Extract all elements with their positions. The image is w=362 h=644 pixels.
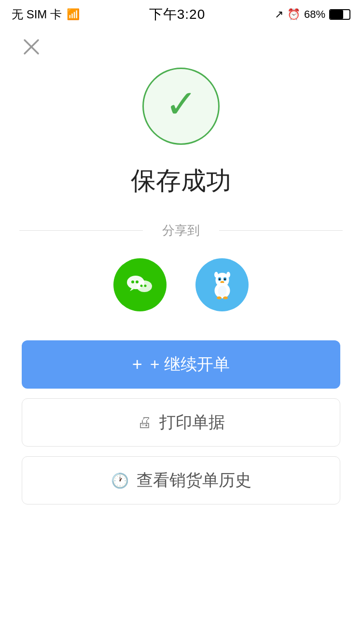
wifi-icon: 📶 bbox=[67, 8, 80, 21]
action-buttons: + + 继续开单 🖨 打印单据 🕐 查看销货单历史 bbox=[22, 340, 340, 504]
svg-point-18 bbox=[226, 272, 230, 278]
divider-right bbox=[219, 230, 343, 231]
location-icon: ↗ bbox=[275, 8, 283, 21]
main-content: ✓ 保存成功 分享到 bbox=[0, 29, 362, 504]
svg-point-17 bbox=[214, 272, 218, 278]
clock-icon: 🕐 bbox=[111, 472, 129, 489]
status-left: 无 SIM 卡 📶 bbox=[12, 7, 80, 22]
qq-share-button[interactable] bbox=[195, 258, 249, 311]
status-bar: 无 SIM 卡 📶 下午3:20 ↗ ⏰ 68% bbox=[0, 0, 362, 29]
battery-bar bbox=[329, 9, 350, 20]
success-circle: ✓ bbox=[142, 68, 220, 145]
print-button[interactable]: 🖨 打印单据 bbox=[22, 398, 340, 447]
close-button[interactable] bbox=[19, 35, 43, 59]
svg-point-20 bbox=[223, 296, 228, 299]
status-time: 下午3:20 bbox=[149, 5, 206, 24]
svg-point-11 bbox=[219, 278, 221, 280]
battery-indicator bbox=[329, 9, 350, 20]
status-right: ↗ ⏰ 68% bbox=[275, 8, 350, 21]
success-title: 保存成功 bbox=[131, 164, 231, 198]
share-section: 分享到 bbox=[0, 222, 362, 239]
svg-point-16 bbox=[218, 286, 226, 296]
print-label: 打印单据 bbox=[159, 411, 225, 434]
battery-fill bbox=[330, 10, 343, 19]
continue-order-button[interactable]: + + 继续开单 bbox=[22, 340, 340, 389]
svg-point-19 bbox=[217, 296, 222, 299]
divider-left bbox=[19, 230, 143, 231]
qq-icon bbox=[207, 269, 238, 301]
svg-point-4 bbox=[131, 280, 134, 283]
plus-icon: + bbox=[132, 354, 142, 375]
checkmark-icon: ✓ bbox=[165, 85, 197, 124]
svg-point-6 bbox=[140, 285, 143, 287]
printer-icon: 🖨 bbox=[137, 414, 152, 431]
history-button[interactable]: 🕐 查看销货单历史 bbox=[22, 456, 340, 504]
share-icons bbox=[113, 258, 249, 311]
history-label: 查看销货单历史 bbox=[137, 469, 251, 491]
svg-point-5 bbox=[136, 280, 139, 283]
share-label: 分享到 bbox=[162, 222, 200, 239]
svg-point-13 bbox=[224, 278, 226, 280]
close-icon bbox=[23, 38, 40, 56]
battery-percent: 68% bbox=[304, 8, 325, 21]
continue-order-label: + 继续开单 bbox=[150, 353, 230, 376]
alarm-icon: ⏰ bbox=[287, 8, 300, 21]
no-sim-label: 无 SIM 卡 bbox=[12, 7, 62, 22]
wechat-icon bbox=[123, 268, 157, 302]
wechat-share-button[interactable] bbox=[113, 258, 167, 311]
svg-point-7 bbox=[144, 285, 147, 287]
